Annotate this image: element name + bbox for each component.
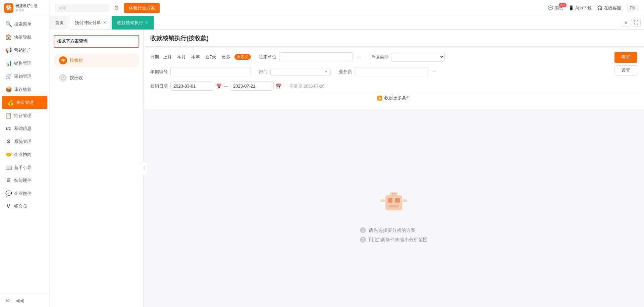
- svg-rect-4: [380, 199, 385, 202]
- sidebar-item-search[interactable]: 🔍 搜索菜单: [0, 17, 49, 31]
- sidebar-item-operations[interactable]: 📋 经营管理: [0, 109, 49, 122]
- counterparty-more-btn[interactable]: ···: [356, 54, 363, 60]
- sidebar-label-marketing: 营销推广: [14, 47, 32, 53]
- filter-item-receivable[interactable]: 🕐 按应收: [54, 70, 139, 85]
- app-label: App下载: [575, 5, 592, 11]
- filter-label-receivable: 按应收: [70, 75, 83, 81]
- docno-group: 单据编号: [150, 67, 251, 76]
- app-download-button[interactable]: 📱 App下载: [569, 5, 592, 11]
- sidebar-label-search: 搜索菜单: [14, 21, 32, 27]
- counterparty-group: 往来单位 ···: [259, 52, 363, 61]
- tab-collection-close[interactable]: ✕: [145, 20, 148, 25]
- dept-select[interactable]: ▼: [270, 68, 331, 75]
- staff-input[interactable]: [355, 67, 428, 76]
- vip-icon: V: [5, 203, 11, 209]
- settings-bottom-icon[interactable]: ⚙: [5, 297, 10, 304]
- empty-tips: 1 请先选择要分析的方案 2 用[过滤]条件来缩小分析范围: [360, 225, 428, 244]
- sidebar-item-guide[interactable]: 📖 新手引导: [0, 161, 49, 174]
- date-this-month[interactable]: 本月: [176, 53, 187, 61]
- verify-date-end-icon[interactable]: 📅: [276, 84, 281, 89]
- sidebar-label-wechat: 企业微信: [14, 191, 32, 197]
- service-label: 在线客服: [604, 5, 621, 11]
- verify-date-start[interactable]: 2023-03-01: [170, 82, 214, 91]
- tip-num-1: 1: [360, 227, 366, 233]
- sidebar-label-inventory: 库存核算: [14, 87, 32, 93]
- empty-illustration: [377, 185, 411, 219]
- sidebar-item-purchase[interactable]: 🛒 采购管理: [0, 70, 49, 83]
- topbar-gear-icon[interactable]: ⚙: [114, 5, 119, 11]
- verify-date-end[interactable]: 2023-07-21: [230, 82, 274, 91]
- tab-prepay[interactable]: 预付冲应付单 ✕: [69, 16, 112, 30]
- date-last-month[interactable]: 上月: [162, 53, 173, 61]
- docno-input[interactable]: [170, 67, 251, 76]
- verify-date-start-icon[interactable]: 📅: [216, 84, 222, 89]
- sidebar-item-system[interactable]: ⚙ 系统管理: [0, 135, 49, 148]
- query-actions: 查询 设置: [614, 52, 637, 75]
- sidebar-item-wechat[interactable]: 💬 企业微信: [0, 187, 49, 200]
- sidebar-label-vip: 畅会员: [14, 203, 27, 209]
- sidebar-label-operations: 经营管理: [14, 113, 32, 119]
- filter-item-collection[interactable]: 💴 按收款: [54, 53, 139, 68]
- staff-more-btn[interactable]: ···: [431, 69, 438, 75]
- collapse-more-btn[interactable]: 🔼 收起更多条件: [150, 92, 637, 104]
- basic-icon: 🗂: [5, 125, 11, 132]
- date-shortcuts: 上月 本月 本年 近7天 更多 自定义: [162, 53, 251, 61]
- sidebar-item-collab[interactable]: 🤝 企业协同: [0, 148, 49, 161]
- sidebar-item-basic[interactable]: 🗂 基础信息: [0, 122, 49, 135]
- sidebar-label-guide: 新手引导: [14, 165, 32, 171]
- message-button[interactable]: 💬 消息 99+: [548, 5, 563, 11]
- topbar-search: 搜索: [55, 4, 109, 12]
- close-tab-button[interactable]: ✕: [622, 19, 630, 27]
- sidebar-label-finance: 资金管理: [16, 100, 34, 106]
- page-title: 收款核销执行(按收款): [150, 34, 637, 42]
- service-button[interactable]: 🎧 在线客服: [597, 5, 621, 11]
- sidebar-item-quicknav[interactable]: 🏠 快捷导航: [0, 31, 49, 44]
- tab-home[interactable]: 首页: [50, 16, 69, 30]
- collab-icon: 🤝: [5, 151, 11, 158]
- tab-collection[interactable]: 收款核销执行 ✕: [112, 16, 154, 30]
- sidebar-item-finance[interactable]: 💰 资金管理: [2, 96, 47, 109]
- guide-icon: 📖: [5, 164, 11, 171]
- sidebar-item-sales[interactable]: 📊 销售管理: [0, 57, 49, 70]
- sidebar-item-vip[interactable]: V 畅会员: [0, 200, 49, 213]
- settings-button[interactable]: 设置: [614, 65, 637, 75]
- headset-icon: 🎧: [597, 5, 602, 10]
- sidebar-item-hardware[interactable]: 🖥 智能硬件: [0, 174, 49, 187]
- sales-icon: 📊: [5, 60, 11, 66]
- verify-date-group: 核销日期 2023-03-01 📅 — 2023-07-21 📅: [150, 82, 281, 91]
- tab-home-label: 首页: [55, 20, 64, 26]
- empty-state: 1 请先选择要分析的方案 2 用[过滤]条件来缩小分析范围: [144, 109, 644, 307]
- finance-icon: 💰: [7, 99, 13, 106]
- receivable-filter-icon: 🕐: [59, 74, 67, 82]
- doc-type-group: 单据类型: [371, 52, 445, 62]
- user-label[interactable]: Rit: [627, 4, 639, 11]
- date-more[interactable]: 更多: [220, 53, 232, 61]
- sidebar-item-marketing[interactable]: 📢 营销推广: [0, 44, 49, 57]
- mobile-icon: 📱: [569, 5, 574, 10]
- solution-button[interactable]: 体验行业方案: [124, 3, 160, 13]
- date-group: 日期 上月 本月 本年 近7天 更多 自定义: [150, 53, 251, 61]
- logo-icon: 畅: [4, 3, 13, 13]
- tab-prepay-close[interactable]: ✕: [103, 20, 106, 25]
- fullscreen-button[interactable]: ⛶: [632, 19, 641, 27]
- sidebar-label-basic: 基础信息: [14, 125, 32, 132]
- date-7days[interactable]: 近7天: [204, 53, 218, 61]
- filter-collapse-btn[interactable]: 《: [139, 162, 147, 175]
- query-button[interactable]: 查询: [614, 52, 637, 63]
- sidebar-label-collab: 企业协同: [14, 152, 32, 158]
- sidebar-menu: 🔍 搜索菜单 🏠 快捷导航 📢 营销推广 📊 销售管理 🛒 采购管理 📦 库存核…: [0, 16, 49, 294]
- counterparty-input[interactable]: [279, 52, 353, 61]
- sidebar-item-inventory[interactable]: 📦 库存核算: [0, 83, 49, 96]
- topbar-right: 💬 消息 99+ 📱 App下载 🎧 在线客服 Rit: [548, 4, 639, 11]
- main-area: 搜索 ⚙ 体验行业方案 💬 消息 99+ 📱 App下载 🎧 在线客服 Rit …: [50, 0, 644, 307]
- dept-arrow-icon: ▼: [324, 70, 328, 73]
- message-icon: 💬: [548, 5, 553, 10]
- doc-type-select[interactable]: [391, 52, 445, 62]
- doc-type-label: 单据类型: [371, 54, 388, 60]
- date-this-year[interactable]: 本年: [190, 53, 201, 61]
- filter-label-collection: 按收款: [70, 57, 83, 63]
- date-label: 日期: [150, 54, 159, 60]
- verify-date-dash: —: [224, 84, 228, 89]
- collapse-sidebar-icon[interactable]: ◀◀: [15, 297, 23, 304]
- search-icon: 🔍: [5, 21, 11, 27]
